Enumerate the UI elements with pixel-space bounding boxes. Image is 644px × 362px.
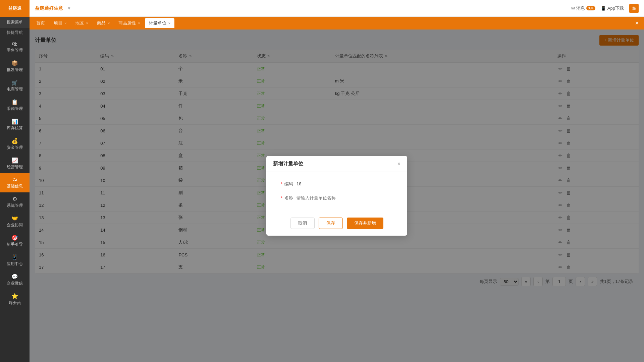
add-unit-modal: 新增计量单位 × * 编码 * 名称 [266, 156, 407, 236]
sidebar-item-member[interactable]: ⭐嗨会员 [0, 290, 30, 309]
modal-close-button[interactable]: × [397, 161, 400, 167]
sidebar-item-label: 资金管理 [7, 145, 23, 150]
sidebar-item-wholesale[interactable]: 📦批发管理 [0, 57, 30, 76]
tab-product_attr[interactable]: 商品属性× [114, 18, 144, 28]
save-and-new-button[interactable]: 保存并新增 [347, 218, 383, 229]
inventory-icon: 📊 [11, 118, 18, 125]
sidebar-item-partner[interactable]: 🤝企业协同 [0, 212, 30, 231]
close-all-tabs-button[interactable]: × [632, 20, 641, 27]
system-icon: ⚙ [12, 196, 17, 202]
sidebar-item-label: 企业协同 [7, 222, 23, 228]
tab-close-product[interactable]: × [108, 21, 110, 25]
topbar-dropdown-icon[interactable]: ▼ [67, 6, 71, 11]
sidebar-item-retail[interactable]: 🛍零售管理 [0, 38, 30, 57]
sidebar-item-label: 库存核算 [7, 125, 23, 131]
tab-region[interactable]: 地区× [71, 18, 92, 28]
modal-body: * 编码 * 名称 [266, 172, 407, 214]
modal-footer: 取消 保存 保存并新增 [266, 214, 407, 236]
sidebar-item-company[interactable]: 💬企业微信 [0, 270, 30, 290]
newbie-icon: 🎯 [11, 235, 18, 241]
tab-close-project[interactable]: × [64, 21, 66, 25]
sidebar-item-ecommerce[interactable]: 🛒电商管理 [0, 76, 30, 96]
avatar[interactable]: 鑫 [629, 4, 639, 13]
sidebar-item-label: 基础信息 [7, 183, 23, 189]
topbar-logo: 益链通好生意 [35, 5, 63, 11]
sidebar-item-app_center[interactable]: 📱应用中心 [0, 251, 30, 270]
company-icon: 💬 [11, 274, 18, 280]
cancel-button[interactable]: 取消 [290, 218, 315, 229]
basic-icon: 🗂 [12, 177, 17, 183]
topbar-left: 益链通好生意 ▼ [35, 5, 71, 11]
sidebar-item-label: 新手引导 [7, 242, 23, 247]
wholesale-icon: 📦 [11, 60, 18, 66]
sidebar: 益链通 搜索菜单 快捷导航 🛍零售管理📦批发管理🛒电商管理📋采购管理📊库存核算💰… [0, 0, 30, 362]
app_center-icon: 📱 [11, 254, 18, 260]
sidebar-item-label: 电商管理 [7, 86, 23, 92]
sidebar-item-label: 应用中心 [7, 261, 23, 267]
sidebar-item-newbie[interactable]: 🎯新手引导 [0, 231, 30, 251]
save-button[interactable]: 保存 [319, 218, 343, 229]
tab-unit[interactable]: 计量单位× [145, 18, 174, 28]
sidebar-item-label: 采购管理 [7, 106, 23, 112]
form-row-name: * 名称 [273, 194, 400, 202]
finance-icon: 💰 [11, 138, 18, 144]
partner-icon: 🤝 [11, 215, 18, 222]
sidebar-item-label: 系统管理 [7, 203, 23, 208]
sidebar-item-finance[interactable]: 💰资金管理 [0, 134, 30, 154]
code-label: * 编码 [273, 181, 293, 187]
operation-icon: 📈 [11, 157, 18, 164]
sidebar-item-inventory[interactable]: 📊库存核算 [0, 115, 30, 134]
message-badge: 99+ [586, 6, 595, 10]
name-input[interactable] [297, 194, 400, 202]
app-download-button[interactable]: 📱 App下载 [601, 5, 624, 11]
sidebar-item-label: 嗨会员 [9, 300, 21, 306]
member-icon: ⭐ [11, 293, 18, 299]
modal-overlay: 新增计量单位 × * 编码 * 名称 [30, 29, 644, 362]
sidebar-item-system[interactable]: ⚙系统管理 [0, 192, 30, 212]
tab-product[interactable]: 商品× [93, 18, 114, 28]
code-input[interactable] [297, 180, 400, 188]
sidebar-item-label: 批发管理 [7, 67, 23, 73]
tab-home[interactable]: 首页 [32, 18, 49, 28]
modal-title: 新增计量单位 [273, 161, 303, 167]
ecommerce-icon: 🛒 [11, 79, 18, 86]
tab-close-product_attr[interactable]: × [138, 21, 140, 25]
sidebar-nav-label: 快捷导航 [0, 28, 30, 38]
tabs-bar: 首页项目×地区×商品×商品属性×计量单位× × [30, 17, 644, 29]
topbar: 益链通好生意 ▼ ✉ 消息 99+ 📱 App下载 鑫 [30, 0, 644, 17]
message-icon: ✉ [571, 6, 575, 11]
sidebar-item-purchase[interactable]: 📋采购管理 [0, 96, 30, 115]
form-row-code: * 编码 [273, 180, 400, 188]
name-label: * 名称 [273, 195, 293, 201]
purchase-icon: 📋 [11, 99, 18, 105]
mobile-icon: 📱 [601, 6, 606, 11]
page-area: 计量单位 + 新增计量单位 序号 编码 ⇅ 名称 ⇅ 状态 ⇅ 计量单位匹配的名… [30, 29, 644, 362]
retail-icon: 🛍 [12, 41, 17, 47]
sidebar-item-basic[interactable]: 🗂基础信息 [0, 173, 30, 192]
sidebar-item-label: 经营管理 [7, 164, 23, 170]
topbar-right: ✉ 消息 99+ 📱 App下载 鑫 [571, 4, 639, 13]
modal-header: 新增计量单位 × [266, 156, 407, 172]
tab-close-unit[interactable]: × [168, 21, 170, 25]
sidebar-item-label: 企业微信 [7, 281, 23, 286]
sidebar-search[interactable]: 搜索菜单 [0, 17, 30, 28]
tab-close-region[interactable]: × [86, 21, 88, 25]
sidebar-item-label: 零售管理 [7, 48, 23, 53]
sidebar-logo: 益链通 [0, 0, 30, 17]
message-button[interactable]: ✉ 消息 99+ [571, 5, 595, 11]
main-area: 益链通好生意 ▼ ✉ 消息 99+ 📱 App下载 鑫 首页项目×地区×商品×商… [30, 0, 644, 362]
sidebar-item-operation[interactable]: 📈经营管理 [0, 154, 30, 173]
tab-project[interactable]: 项目× [50, 18, 70, 28]
